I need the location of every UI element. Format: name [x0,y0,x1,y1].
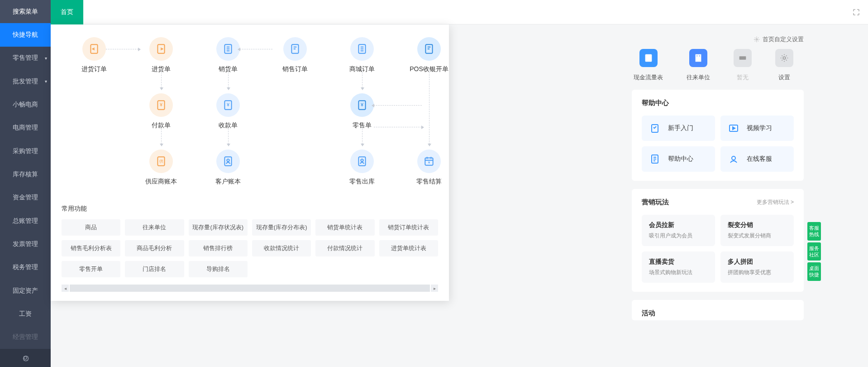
float-desktop-button[interactable]: 桌面快捷 [807,262,821,281]
document-out-icon [149,37,173,61]
sidebar-item-inventory[interactable]: 库存核算 [0,163,51,186]
flow-node-sales-order[interactable]: 销售订单 [262,37,329,73]
tile-contacts[interactable]: 往来单位 [687,49,710,82]
common-btn[interactable]: 进货单统计表 [379,240,438,256]
document-icon [283,37,307,61]
sidebar-item-funds[interactable]: 资金管理 [0,186,51,209]
flow-node-mall-order[interactable]: 商城订单 [329,37,396,73]
svg-rect-21 [645,54,652,62]
tile-cashflow[interactable]: 现金流量表 [634,49,663,82]
sidebar-item-search-menu[interactable]: 搜索菜单 [0,0,51,23]
sidebar: 搜索菜单 快捷导航 零售管理▾ 批发管理▾ 小畅电商 电商管理 采购管理 库存核… [0,0,51,367]
hscrollbar[interactable]: ◂ ▸ [62,285,438,292]
svg-point-17 [361,159,363,161]
marketing-item[interactable]: 裂变分销 裂变式发展分销商 [720,215,794,246]
document-icon [417,37,441,61]
flow-node-payment[interactable]: ¥ 付款单 [128,93,195,130]
common-btn[interactable]: 商品毛利分析 [125,240,184,256]
list-icon [350,37,374,61]
common-btn[interactable]: 销售排行榜 [189,240,248,256]
common-btn[interactable]: 往来单位 [125,219,184,236]
flow-arrow [161,126,162,144]
sidebar-item-invoice[interactable]: 发票管理 [0,232,51,256]
svg-rect-24 [699,56,700,57]
common-btn[interactable]: 收款情况统计 [252,240,311,256]
sidebar-item-quick-nav[interactable]: 快捷导航 [0,23,51,46]
flow-node-sales-receipt[interactable]: 销货单 [195,37,262,73]
activity-title: 活动 [642,309,794,318]
fullscreen-button[interactable] [851,7,862,18]
sidebar-item-operation[interactable]: 经营管理 [0,326,51,349]
scroll-right-button[interactable]: ▸ [431,285,438,292]
calendar-icon: ¥ [417,150,441,173]
marketing-item[interactable]: 直播卖货 场景式购物新玩法 [642,251,715,283]
gear-icon [775,49,793,67]
common-btn[interactable]: 门店排名 [125,261,184,277]
topbar: 首页 [51,0,868,24]
floating-bar: 客服热线 服务社区 桌面快捷 [807,222,821,283]
document-icon [648,152,662,166]
common-btn[interactable]: 现存量(库存状况表) [189,219,248,236]
help-item-video[interactable]: 视频学习 [720,116,794,141]
common-btn[interactable]: 导购排名 [189,261,248,277]
sidebar-item-xiaochang[interactable]: 小畅电商 [0,93,51,116]
common-btn[interactable]: 销售毛利分析表 [62,240,120,256]
common-btn[interactable]: 付款情况统计 [315,240,374,256]
flow-arrow [362,70,362,88]
scroll-left-button[interactable]: ◂ [62,285,69,292]
flow-arrow [106,49,138,49]
common-btn[interactable]: 现存量(库存分布表) [252,219,311,236]
sidebar-item-wholesale[interactable]: 批发管理▾ [0,70,51,93]
scroll-track[interactable] [70,285,430,292]
float-community-button[interactable]: 服务社区 [807,242,821,261]
flow-node-customer-ledger[interactable]: 客户账本 [195,150,262,186]
common-btn[interactable]: 销货单统计表 [315,219,374,236]
svg-point-20 [756,39,758,40]
document-in-icon [82,37,106,61]
sidebar-item-salary[interactable]: 工资 [0,302,51,325]
flow-node-purchase-receipt[interactable]: 进货单 [128,37,195,73]
sidebar-item-ecommerce[interactable]: 电商管理 [0,116,51,140]
marketing-item[interactable]: 会员拉新 吸引用户成为会员 [642,215,715,246]
common-functions-grid: 商品 往来单位 现存量(库存状况表) 现存量(库存分布表) 销货单统计表 销货订… [62,219,438,277]
chevron-down-icon: ▾ [45,56,47,61]
flow-node-supplier-ledger[interactable]: 供 供应商账本 [128,150,195,186]
chevron-down-icon: ▾ [45,79,47,84]
money-icon: ¥ [350,93,374,117]
svg-rect-25 [739,56,746,59]
common-btn[interactable]: 零售开单 [62,261,120,277]
flow-arrow [429,70,429,144]
sidebar-item-retail[interactable]: 零售管理▾ [0,47,51,70]
flow-arrow [374,105,422,106]
common-btn[interactable]: 商品 [62,219,120,236]
sidebar-settings-button[interactable] [0,349,51,367]
marketing-title: 营销玩法 [642,198,669,207]
tile-empty[interactable]: 暂无 [734,49,752,82]
flow-node-retail-settle[interactable]: ¥ 零售结算 [396,150,463,186]
flow-node-retail-out[interactable]: 零售出库 [329,150,396,186]
svg-text:¥: ¥ [159,102,163,107]
flow-node-receipt[interactable]: ¥ 收款单 [195,93,262,130]
help-item-support[interactable]: 在线客服 [720,146,794,172]
sidebar-item-assets[interactable]: 固定资产 [0,279,51,302]
gear-icon [754,36,760,43]
svg-text:¥: ¥ [428,160,430,164]
customize-settings-link[interactable]: 首页自定义设置 [632,24,804,49]
tile-settings[interactable]: 设置 [775,49,793,82]
sidebar-item-procure[interactable]: 采购管理 [0,140,51,163]
help-item-getting-started[interactable]: 新手入门 [642,116,715,141]
marketing-item[interactable]: 多人拼团 拼团购物享受优惠 [720,251,794,283]
tab-home[interactable]: 首页 [51,0,83,24]
flow-node-purchase-order[interactable]: 进货订单 [61,37,128,73]
float-hotline-button[interactable]: 客服热线 [807,222,821,241]
flow-arrow [161,70,162,88]
sidebar-item-ledger[interactable]: 总账管理 [0,209,51,232]
common-btn[interactable]: 销货订单统计表 [379,219,438,236]
flow-node-pos[interactable]: POS收银开单 [396,37,463,73]
sidebar-item-tax[interactable]: 税务管理 [0,256,51,279]
flow-node-retail-order[interactable]: ¥ 零售单 [329,93,396,130]
svg-rect-23 [696,56,697,57]
svg-text:¥: ¥ [360,102,364,107]
help-item-help-center[interactable]: 帮助中心 [642,146,715,172]
marketing-more-link[interactable]: 更多营销玩法 > [757,198,794,206]
